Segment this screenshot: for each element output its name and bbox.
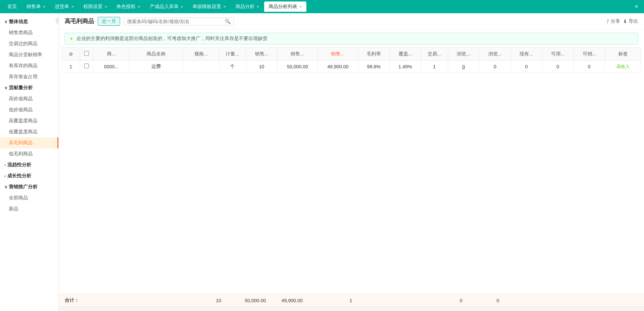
sidebar-item-low-coverage[interactable]: 低覆盖度商品 (0, 126, 58, 137)
sidebar-item-contribution-rate[interactable]: 商品分贡献销率 (0, 49, 58, 60)
th-cover[interactable]: 覆盖... (389, 48, 421, 61)
nav-analysis-close[interactable]: × (257, 4, 259, 9)
cell-sales-amt: 50,000.00 (277, 61, 318, 73)
th-sales-amt[interactable]: 销售... (277, 48, 318, 61)
nav-template-close[interactable]: × (223, 4, 226, 9)
notice-bar: ✦ 企业的主要的利润都是这部分商品创造的，可考虑加大推广，同时关注库存是不要出现… (65, 33, 638, 44)
nav-permission-label: 权限设置 (83, 3, 102, 10)
nav-sales-label: 销售单 (26, 3, 41, 10)
sidebar-group-growth-arrow: › (4, 174, 6, 178)
share-icon: ⤴ (607, 19, 609, 24)
page-title: 高毛利商品 (65, 18, 94, 25)
notice-icon: ✦ (69, 36, 73, 41)
sidebar-item-stock-goods[interactable]: 有库存的商品 (0, 60, 58, 71)
row-checkbox[interactable] (84, 64, 89, 68)
cell-sales-profit: 49,900.00 (318, 61, 358, 73)
footer-sales-amt: 50,000.00 (241, 298, 270, 303)
sidebar-group-marketing-label: 营销推广分析 (9, 184, 37, 190)
sidebar-group-marketing[interactable]: ∨ 营销推广分析 (0, 181, 58, 192)
search-input[interactable] (127, 19, 225, 24)
sidebar-item-low-margin[interactable]: 低毛利商品 (0, 148, 58, 159)
nav-purchase-close[interactable]: × (71, 4, 73, 9)
table-row: 1 0000... 运费 个 10 50,000.00 49,900.00 99… (62, 61, 641, 73)
sidebar-item-low-value[interactable]: 低价值商品 (0, 104, 58, 115)
th-check[interactable] (80, 48, 93, 61)
footer-sales-qty: 10 (204, 298, 233, 303)
sidebar-item-high-margin[interactable]: 高毛利商品 (0, 137, 58, 148)
tag-badge: 高收入 (616, 64, 630, 69)
nav-home[interactable]: 首页 (3, 1, 21, 12)
sidebar-item-new-goods[interactable]: 新品 (0, 203, 58, 214)
sidebar-group-trend-arrow: › (4, 163, 6, 167)
nav-product-inbound-close[interactable]: × (181, 4, 183, 9)
nav-purchase[interactable]: 进货单 × (50, 1, 78, 12)
th-sales-profit[interactable]: 销售... (318, 48, 358, 61)
sidebar-group-contribution-label: 贡献量分析 (9, 84, 33, 91)
nav-analysis-list-close[interactable]: × (299, 4, 302, 9)
th-name[interactable]: 商品名称 (129, 48, 183, 61)
horizontal-scrollbar[interactable] (59, 307, 644, 311)
nav-role-label: 角色授权 (116, 3, 136, 10)
th-browse2[interactable]: 浏览... (479, 48, 511, 61)
cell-stock1: 0 (511, 61, 542, 73)
search-icon[interactable]: 🔍 (225, 19, 231, 24)
th-unit[interactable]: 计量... (219, 48, 246, 61)
sidebar-item-high-value[interactable]: 高价值商品 (0, 93, 58, 104)
window-close-button[interactable]: × (632, 3, 641, 10)
settings-icon[interactable]: ⚙ (69, 51, 73, 57)
content-area: 高毛利商品 近一月 🔍 ⤴ 分享 ⬇ 导出 ✦ 企业的主要的利润都是这部分商品创… (59, 13, 644, 311)
sidebar-group-overall[interactable]: ∨ 整体信息 (0, 16, 58, 27)
browse1-link[interactable]: 0 (462, 64, 465, 69)
th-browse1[interactable]: 浏览... (448, 48, 479, 61)
sidebar-item-all-goods[interactable]: 全部商品 (0, 192, 58, 203)
th-tag[interactable]: 标签 (605, 48, 641, 61)
table-container: ⚙ 商... 商品名称 规格... (62, 47, 641, 294)
nav-product-inbound[interactable]: 产成品入库单 × (145, 1, 187, 12)
th-gross-margin[interactable]: 毛利率 (358, 48, 390, 61)
nav-permission[interactable]: 权限设置 × (79, 1, 111, 12)
cell-seq: 1 (62, 61, 80, 73)
nav-template[interactable]: 单据模板设置 × (188, 1, 230, 12)
footer-sales-profit: 49,900.00 (277, 298, 307, 303)
export-button[interactable]: ⬇ 导出 (623, 18, 638, 25)
th-stock1[interactable]: 现有... (511, 48, 542, 61)
sidebar-group-overall-arrow: ∨ (4, 19, 7, 24)
sidebar-item-traded-goods[interactable]: 交易过的商品 (0, 38, 58, 49)
cell-check[interactable] (80, 61, 93, 73)
nav-purchase-label: 进货单 (55, 3, 69, 10)
content-header: 高毛利商品 近一月 🔍 ⤴ 分享 ⬇ 导出 (59, 13, 644, 30)
nav-analysis-list[interactable]: 商品分析列表 × (264, 1, 306, 12)
search-box: 🔍 (124, 18, 234, 25)
nav-role-close[interactable]: × (138, 4, 140, 9)
sidebar-item-high-coverage[interactable]: 高覆盖度商品 (0, 115, 58, 126)
sidebar-item-sales-goods[interactable]: 销售类商品 (0, 27, 58, 38)
footer-label: 合计： (65, 297, 79, 304)
cell-stock2: 0 (542, 61, 574, 73)
th-trade[interactable]: 交易... (421, 48, 448, 61)
sidebar-collapse-icon: « (58, 18, 59, 23)
nav-sales[interactable]: 销售单 × (22, 1, 50, 12)
nav-analysis[interactable]: 商品分析 × (231, 1, 263, 12)
export-icon: ⬇ (623, 19, 627, 24)
nav-permission-close[interactable]: × (105, 4, 107, 9)
th-stock3[interactable]: 可销... (573, 48, 605, 61)
th-settings[interactable]: ⚙ (62, 48, 80, 61)
sidebar-item-stock-capital[interactable]: 库存资金占用 (0, 71, 58, 82)
th-spec[interactable]: 规格... (183, 48, 219, 61)
sidebar-group-trend[interactable]: › 流趋性分析 (0, 159, 58, 170)
cell-browse1[interactable]: 0 (448, 61, 479, 73)
th-code[interactable]: 商... (93, 48, 129, 61)
share-button[interactable]: ⤴ 分享 (607, 18, 620, 25)
nav-role[interactable]: 角色授权 × (112, 1, 144, 12)
sidebar-group-contribution[interactable]: ∨ 贡献量分析 (0, 82, 58, 93)
footer-stock1: 0 (446, 298, 476, 303)
select-all-checkbox[interactable] (84, 51, 89, 56)
sidebar-group-marketing-arrow: ∨ (4, 185, 7, 189)
sidebar-group-growth[interactable]: › 成长性分析 (0, 170, 58, 181)
cell-gross-margin: 99.8% (358, 61, 390, 73)
nav-analysis-list-label: 商品分析列表 (269, 3, 297, 10)
date-filter-button[interactable]: 近一月 (98, 17, 120, 26)
th-stock2[interactable]: 可用... (542, 48, 574, 61)
nav-sales-close[interactable]: × (43, 4, 45, 9)
th-sales-qty[interactable]: 销售... (246, 48, 277, 61)
